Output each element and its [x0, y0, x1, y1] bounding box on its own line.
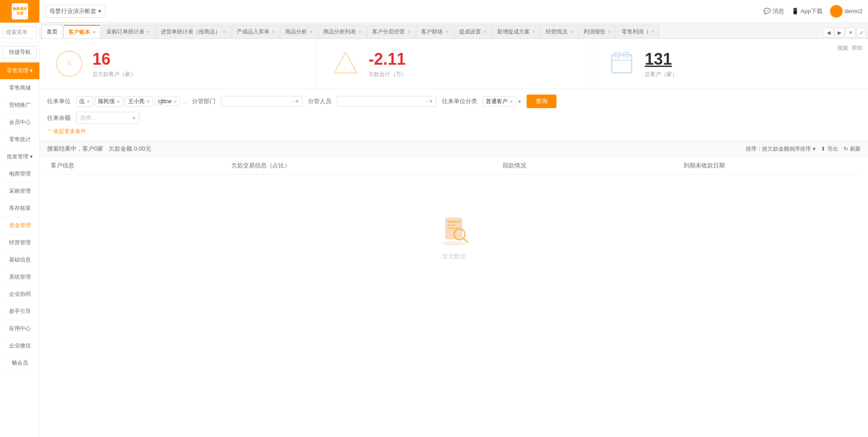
sidebar-item-system-mgmt[interactable]: 系统管理 [0, 269, 39, 286]
account-dropdown[interactable]: 母婴行业演示帐套 ▾ [45, 5, 106, 18]
tab-customer-link[interactable]: 客户联络× [416, 25, 453, 38]
tab-customer-balance[interactable]: 客户账本× [63, 25, 101, 38]
tab-close-customer-link[interactable]: × [446, 29, 448, 34]
sidebar-item-member[interactable]: 会员中心 [0, 114, 39, 131]
sidebar-items-container: 零售管理 ▾零售商城营销推广会员中心零售统计批发管理 ▾电商管理采购管理库存核算… [0, 62, 39, 372]
tab-purchase-stats[interactable]: 进货单统计表（按商品）× [156, 25, 231, 38]
tab-label-profit-report: 利润报告 [584, 28, 605, 36]
tab-purchase-order[interactable]: 采购订单统计表× [101, 25, 155, 38]
user-name: demo2 [844, 8, 863, 14]
stat-card-debit-amount: ! -2.11 欠款合计（万） [316, 39, 592, 89]
sidebar-item-retail-mgmt[interactable]: 零售管理 ▾ [0, 62, 39, 80]
tab-fullscreen-button[interactable]: ⤢ [856, 28, 866, 38]
tab-close-purchase-stats[interactable]: × [223, 29, 226, 34]
tab-label-home: 首页 [47, 28, 58, 36]
sidebar-item-retail-mall[interactable]: 零售商城 [0, 80, 39, 97]
tab-home[interactable]: 首页 [42, 25, 62, 38]
no-data-illustration [436, 211, 472, 247]
filter-tag-wu-close[interactable]: ✕ [86, 99, 90, 104]
sidebar-item-new-guide[interactable]: 新手引导 [0, 303, 39, 320]
stat-value-1: 16 [92, 50, 136, 69]
tab-close-product-entry[interactable]: × [272, 29, 275, 34]
unit-category-dropdown-arrow[interactable]: ▾ [518, 98, 521, 105]
tab-close-all-button[interactable]: ✕ [845, 28, 855, 38]
result-balance-text: 欠款金额 0.00元 [109, 145, 151, 152]
tab-profit-report[interactable]: 利润报告× [579, 25, 616, 38]
stat-icon-2: ! [330, 48, 361, 80]
tab-close-product-analysis-list[interactable]: × [359, 29, 361, 34]
app-download-button[interactable]: 📱 App下载 [791, 7, 823, 15]
tab-business-status[interactable]: 经营情况× [541, 25, 578, 38]
tab-add-promote[interactable]: 新增提成方案× [492, 25, 540, 38]
filter-tag-more-button[interactable]: ... [182, 98, 187, 104]
stat-card-total-customers: 131 总客户（家） 视频 帮助 [592, 39, 868, 89]
query-button[interactable]: 查询 [527, 95, 556, 108]
export-button[interactable]: ⬆ 导出 [821, 145, 838, 153]
sidebar-item-enterprise-collab[interactable]: 企业协同 [0, 286, 39, 303]
filter-tag-wang-label: 王小亮 [128, 98, 144, 105]
tab-label-business-status: 经营情况 [546, 28, 567, 36]
tab-close-purchase-order[interactable]: × [147, 29, 150, 34]
video-help-button[interactable]: 视频 [837, 44, 848, 52]
sidebar-item-ecommerce[interactable]: 电商管理 [0, 166, 39, 183]
filter-tag-cj: cjttcw ✕ [155, 97, 180, 106]
tab-close-profit-report[interactable]: × [608, 29, 611, 34]
tab-product-analysis-list[interactable]: 商品分析列表× [318, 25, 366, 38]
filter-tag-chen-label: 陈民强 [98, 98, 115, 105]
filter-tag-wang-close[interactable]: ✕ [146, 99, 150, 104]
tab-close-customer-tier[interactable]: × [408, 29, 410, 34]
result-actions: 排序：按欠款金额倒序排序 ▾ ⬆ 导出 ↻ 刷新 [746, 145, 861, 153]
tab-close-retail-profit[interactable]: × [652, 29, 654, 34]
tab-close-business-status[interactable]: × [570, 29, 573, 34]
svg-rect-10 [447, 221, 460, 223]
tab-close-customer-balance[interactable]: × [93, 30, 96, 35]
sidebar-item-finance-mgmt[interactable]: 资金管理 [0, 217, 39, 234]
collapse-button[interactable]: ⌃ 收起更多条件 [47, 128, 861, 135]
message-button[interactable]: 💬 消息 [763, 7, 784, 15]
sidebar-item-vip-member[interactable]: 畅会员 [0, 355, 39, 372]
department-filter-label: 分管部门 [192, 97, 216, 105]
search-menu-button[interactable]: 搜索菜单 [3, 26, 37, 38]
sidebar-item-app-center[interactable]: 应用中心 [0, 320, 39, 337]
unit-category-label: 往来单位分类 [442, 97, 477, 105]
person-filter-select[interactable]: ··· ▾ [337, 96, 436, 107]
user-avatar [830, 5, 843, 18]
sort-label: 排序：按欠款金额倒序排序 [746, 145, 811, 153]
tab-prev-button[interactable]: ◀ [824, 28, 834, 38]
tab-next-button[interactable]: ▶ [834, 28, 844, 38]
tab-product-entry[interactable]: 产成品入库单× [232, 25, 280, 38]
table-col-repayment: 回款情况 [499, 162, 680, 170]
tab-promote-settings[interactable]: 提成设置× [454, 25, 491, 38]
sidebar-item-retail-stats[interactable]: 零售统计 [0, 131, 39, 148]
tab-label-product-analysis-list: 商品分析列表 [323, 28, 356, 36]
tab-close-promote-settings[interactable]: × [484, 29, 486, 34]
refresh-button[interactable]: ↻ 刷新 [844, 145, 861, 153]
sidebar-item-purchase-mgmt[interactable]: 采购管理 [0, 183, 39, 200]
filter-tag-cj-close[interactable]: ✕ [173, 99, 177, 104]
balance-placeholder: 选择... [80, 114, 133, 122]
sidebar-item-enterprise-wechat[interactable]: 企业微信 [0, 337, 39, 355]
sort-button[interactable]: 排序：按欠款金额倒序排序 ▾ [746, 145, 815, 153]
department-filter-select[interactable]: ··· ▾ [221, 96, 302, 107]
user-avatar-area[interactable]: demo2 [830, 5, 863, 18]
sidebar-item-marketing[interactable]: 营销推广 [0, 97, 39, 114]
quick-nav-button[interactable]: 快捷导航 [3, 46, 37, 58]
tab-close-product-analysis[interactable]: × [310, 29, 312, 34]
stat-info-1: 16 总欠款客户（家） [92, 50, 136, 78]
sidebar-item-wholesale-mgmt[interactable]: 批发管理 ▾ [0, 148, 39, 166]
help-button[interactable]: 帮助 [852, 44, 863, 52]
person-dropdown-arrow: ▾ [430, 98, 432, 104]
balance-filter-select[interactable]: 选择... ▾ [76, 112, 139, 124]
tab-container: 首页客户账本×采购订单统计表×进货单统计表（按商品）×产成品入库单×商品分析×商… [42, 25, 824, 38]
tab-close-add-promote[interactable]: × [532, 29, 535, 34]
sidebar-item-inventory[interactable]: 库存核算 [0, 200, 39, 217]
filter-tag-normal-close[interactable]: ✕ [509, 99, 513, 104]
sidebar-item-basic-info[interactable]: 基础信息 [0, 252, 39, 269]
filter-tag-chen-close[interactable]: ✕ [116, 99, 120, 104]
tab-customer-tier[interactable]: 客户分层经营× [367, 25, 415, 38]
tab-retail-profit[interactable]: 零售利润（× [617, 25, 659, 38]
tab-product-analysis[interactable]: 商品分析× [280, 25, 317, 38]
sidebar-search-area: 搜索菜单 [0, 23, 39, 43]
svg-point-8 [442, 241, 466, 246]
sidebar-item-operations[interactable]: 经营管理 [0, 234, 39, 252]
